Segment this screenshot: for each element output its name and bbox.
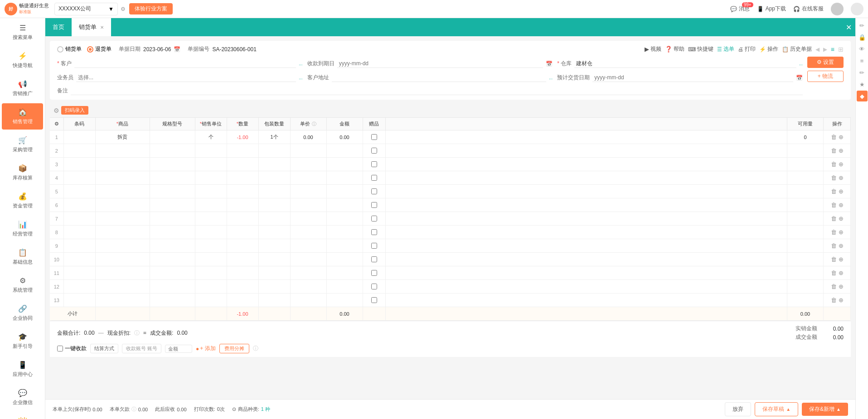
r2-price[interactable] (290, 144, 326, 158)
app-download-item[interactable]: 📱 App下载 (757, 5, 786, 13)
delete-icon-13[interactable]: 🗑 (831, 297, 837, 303)
nav-next-icon[interactable]: ▶ (823, 46, 827, 53)
row-qty-1[interactable]: -1.00 (227, 130, 258, 144)
salesperson-input[interactable] (76, 73, 296, 82)
row-product-1[interactable]: 拆贡 (95, 130, 150, 144)
action-shortcut[interactable]: ⌨ 快捷键 (688, 45, 713, 53)
account-no-selector[interactable]: 收款账号 账号 (122, 344, 161, 353)
view-grid-icon[interactable]: ⊞ (838, 46, 844, 53)
settings-icon[interactable]: ⚙ (121, 6, 126, 12)
gift-checkbox-8[interactable] (371, 229, 377, 235)
r2-amount[interactable] (326, 144, 363, 158)
sidebar-item-inventory[interactable]: 📦 库存核算 (2, 159, 43, 186)
r2-qty[interactable] (227, 144, 258, 158)
gift-checkbox-1[interactable] (371, 134, 377, 140)
payment-amount-input[interactable] (165, 345, 192, 353)
delivery-calendar-icon[interactable]: 📅 (796, 75, 803, 81)
float-eye[interactable]: 👁 (857, 43, 868, 54)
sidebar-item-sales[interactable]: 🏠 销售管理 (2, 103, 43, 130)
customer-input[interactable] (74, 59, 296, 68)
salesperson-dots[interactable]: ... (299, 75, 302, 80)
customer-dots[interactable]: ... (299, 61, 302, 66)
gift-checkbox-11[interactable] (371, 270, 377, 276)
sidebar-item-apps[interactable]: 📱 应用中心 (2, 356, 43, 382)
sidebar-item-system[interactable]: ⚙ 系统管理 (2, 272, 43, 298)
float-lock[interactable]: 🔒 (857, 32, 868, 43)
sidebar-item-guide[interactable]: 🎓 新手引导 (2, 328, 43, 354)
total-debt-help-icon[interactable]: ⓘ (131, 406, 136, 413)
row-pack-1[interactable]: 1个 (258, 130, 290, 144)
radio-return[interactable]: 退货单 (87, 45, 112, 53)
radio-sales[interactable]: 销货单 (57, 45, 82, 53)
avatar[interactable] (831, 3, 844, 15)
notes-input[interactable] (71, 87, 803, 95)
r2-product[interactable] (95, 144, 150, 158)
copy-icon-1[interactable]: ⊕ (839, 134, 844, 140)
address-dots[interactable]: ... (549, 75, 553, 80)
sidebar-item-quick-nav[interactable]: ⚡ 快捷导航 (2, 47, 43, 73)
sidebar-item-wechat[interactable]: 💬 企业微信 (2, 384, 43, 410)
settings-button[interactable]: ⚙ 设置 (807, 57, 844, 68)
r2-pack[interactable] (258, 144, 290, 158)
float-pencil[interactable]: ✏ (857, 67, 868, 78)
tab-close-icon[interactable]: ✕ (100, 25, 104, 30)
row-unit-1[interactable]: 个 (195, 130, 227, 144)
delete-icon-9[interactable]: 🗑 (831, 242, 837, 249)
delete-icon-6[interactable]: 🗑 (831, 202, 837, 208)
view-list-icon[interactable]: ≡ (831, 46, 834, 53)
sidebar-item-operations[interactable]: 📊 经营管理 (2, 216, 43, 242)
order-no-value[interactable]: SA-20230606-001 (212, 46, 256, 53)
action-history[interactable]: 📋 历史单据 (782, 45, 812, 53)
sidebar-item-member[interactable]: 👑 畅会员 (2, 412, 43, 419)
pay-method-selector[interactable]: 结算方式 (90, 344, 118, 353)
payment-due-calendar-icon[interactable]: 📅 (546, 61, 553, 67)
copy-icon-8[interactable]: ⊕ (839, 229, 844, 236)
one-click-pay-checkbox[interactable] (57, 346, 63, 352)
gift-checkbox-6[interactable] (371, 202, 377, 208)
sidebar-item-search[interactable]: ☰ 搜索菜单 (2, 19, 43, 45)
save-draft-button[interactable]: 保存草稿 ▲ (755, 402, 798, 416)
avatar-extra[interactable] (851, 3, 863, 15)
table-settings-icon[interactable]: ⚙ (53, 107, 59, 114)
experience-button[interactable]: 体验行业方案 (129, 3, 173, 14)
float-filter[interactable]: ≡ (857, 55, 868, 66)
gift-checkbox-9[interactable] (371, 243, 377, 249)
warehouse-input[interactable] (574, 59, 796, 68)
copy-icon-4[interactable]: ⊕ (839, 174, 844, 181)
copy-icon-6[interactable]: ⊕ (839, 202, 844, 208)
tab-bar-close[interactable]: ✕ (846, 23, 855, 32)
float-edit[interactable]: ✏ (857, 20, 868, 31)
gift-checkbox-13[interactable] (371, 297, 377, 303)
gift-checkbox-5[interactable] (371, 188, 377, 194)
payment-due-input[interactable] (337, 59, 543, 68)
delete-icon-4[interactable]: 🗑 (831, 174, 837, 181)
delete-icon-12[interactable]: 🗑 (831, 283, 837, 290)
gift-checkbox-4[interactable] (371, 175, 377, 181)
customer-address-input[interactable] (332, 73, 546, 82)
delivery-date-input[interactable] (592, 73, 793, 82)
date-value[interactable]: 2023-06-06 (143, 46, 171, 53)
copy-icon-5[interactable]: ⊕ (839, 188, 844, 195)
discard-button[interactable]: 放弃 (725, 402, 751, 416)
delete-icon-5[interactable]: 🗑 (831, 188, 837, 195)
r2-barcode[interactable] (63, 144, 95, 158)
cash-discount-help-icon[interactable]: ⓘ (134, 329, 140, 337)
r2-spec[interactable] (150, 144, 195, 158)
warehouse-dots[interactable]: ... (799, 61, 803, 66)
expense-help-icon[interactable]: ⓘ (253, 345, 258, 352)
delete-icon-2[interactable]: 🗑 (831, 147, 837, 154)
delete-icon-10[interactable]: 🗑 (831, 256, 837, 263)
gift-checkbox-10[interactable] (371, 256, 377, 262)
logistics-button[interactable]: + 物流 (807, 71, 844, 82)
copy-icon-7[interactable]: ⊕ (839, 215, 844, 222)
tab-sales-order[interactable]: 销货单 ✕ (72, 18, 111, 36)
save-new-button[interactable]: 保存&新增 ▲ (802, 403, 848, 416)
float-orange[interactable]: ◆ (857, 91, 868, 101)
sidebar-item-basics[interactable]: 📋 基础信息 (2, 244, 43, 270)
gift-checkbox-3[interactable] (371, 161, 377, 167)
action-help[interactable]: ❓ 帮助 (665, 45, 684, 53)
delete-icon-11[interactable]: 🗑 (831, 270, 837, 276)
action-print[interactable]: 🖨 打印 (738, 45, 756, 53)
action-operation[interactable]: ⚡ 操作 (759, 45, 778, 53)
row-price-1[interactable]: 0.00 (290, 130, 326, 144)
